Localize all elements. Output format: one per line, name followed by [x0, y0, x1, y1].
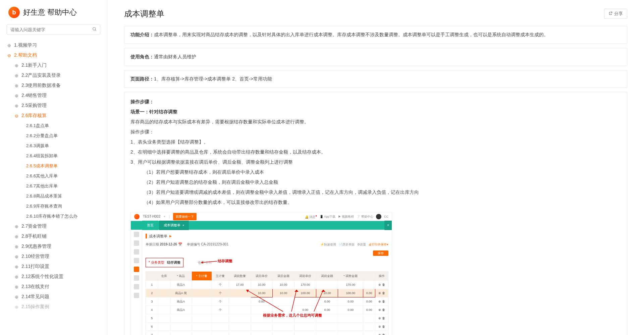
plus-icon: ⊕ [14, 274, 19, 279]
nav-2-6-7[interactable]: 2.6.7其他出库单 [0, 181, 107, 191]
scene1-title: 场景一：针对结存调整 [130, 109, 177, 114]
nav-2-5[interactable]: ⊕2.5采购管理 [0, 101, 107, 111]
nav-2-6-1[interactable]: 2.6.1盘点单 [0, 121, 107, 131]
logo-text: 好生意 帮助中心 [23, 7, 77, 17]
main-content: 成本调整单 分享 功能介绍：成本调整单，用来实现对商品结存成本的调整，以及针对具… [107, 0, 644, 335]
nav-2-6-2[interactable]: 2.6.2分量盘点单 [0, 131, 107, 141]
mock-sidebar [131, 230, 142, 335]
nav-2-6-4[interactable]: 2.6.4组装拆卸单 [0, 151, 107, 161]
mock-side-icon [134, 284, 139, 289]
mock-app: App下载 [324, 215, 335, 218]
share-button[interactable]: 分享 [604, 9, 627, 19]
nav-2-2[interactable]: ⊕2.2产品安装及登录 [0, 70, 107, 80]
minus-icon: ⊖ [7, 53, 11, 58]
mock-date: 2019-12-26 [160, 242, 177, 246]
mock-side-icon [134, 267, 139, 272]
nav-label: 2.1新手入门 [21, 62, 47, 68]
plus-icon: ⊕ [14, 234, 19, 239]
nav-2-6-10[interactable]: 2.6.10库存账本错了怎么办 [0, 211, 107, 221]
nav-2-6-9[interactable]: 2.6.9库存账本查询 [0, 201, 107, 211]
mock-code: CA-20191229-001 [201, 242, 229, 246]
nav-2-10[interactable]: ⊕2.10经营管理 [0, 252, 107, 262]
nav-2-6-3[interactable]: 2.6.3调拨单 [0, 141, 107, 151]
step-3-2: （2）若用户知道调整总的结存金额，则在调后金额中录入总金额 [144, 177, 621, 187]
nav-label: 2.2产品安装及登录 [21, 72, 61, 78]
nav-2-14[interactable]: ⊕2.14常见问题 [0, 292, 107, 302]
step-3-1: （1）若用户想要调整结存成本，则在调后单价中录入成本 [144, 167, 621, 177]
nav-2-6-5[interactable]: 2.6.5成本调整单 [0, 161, 107, 171]
nav-2-13[interactable]: ⊕2.13在线支付 [0, 282, 107, 292]
nav-label: 2.6.1盘点单 [26, 123, 49, 129]
mock-org: TEST-H002 [143, 213, 160, 220]
mock-annot-adjust: 根据业务需求，这几个位总均可调整 [263, 312, 322, 319]
mock-topbar: TEST-H002 ▾ | 我要做啥一下 🔔 消息● 📱 App下载 ▶ 视频教… [131, 212, 392, 221]
mock-side-icon [134, 249, 139, 255]
role-box: 使用角色：通常由财务人员维护 [124, 48, 627, 66]
nav-label: 2.10经营管理 [21, 254, 49, 260]
nav-2-9[interactable]: ⊕2.9优惠券管理 [0, 241, 107, 252]
path-text: 1、库存核算->库存管理->成本调整单 2、首页->常用功能 [154, 76, 272, 81]
svg-line-1 [95, 30, 96, 31]
minus-icon: ⊖ [14, 113, 19, 118]
mock-doc-title: 成本调整单 [149, 232, 167, 240]
plus-icon: ⊕ [14, 224, 19, 229]
nav-2-11[interactable]: ⊕2.11打印设置 [0, 262, 107, 272]
step-1: 1、表头业务类型选择【结存调整】。 [130, 137, 621, 147]
steps-title: 操作步骤： [130, 127, 621, 136]
nav-label: 2.6.4组装拆卸单 [26, 153, 58, 159]
plus-icon: ⊕ [14, 63, 19, 68]
page-header: 成本调整单 分享 [124, 8, 627, 19]
nav-2-6-6[interactable]: 2.6.6其他入库单 [0, 171, 107, 181]
nav-2-3[interactable]: ⊕2.3使用前数据准备 [0, 80, 107, 91]
nav-2-6[interactable]: ⊖2.6库存核算 [0, 111, 107, 121]
plus-icon: ⊕ [14, 83, 19, 88]
mock-tab-close: × [384, 221, 392, 230]
role-label: 使用角色： [130, 54, 154, 59]
share-icon [608, 11, 612, 16]
mock-biztype: 结存调整 [167, 259, 180, 266]
scene1-desc: 库存商品的结存成本与实际成本有差异，需要根据结存数量和实际单位成本进行调整。 [130, 117, 621, 126]
path-label: 页面路径： [130, 76, 154, 81]
logo: b 好生意 帮助中心 [0, 7, 107, 24]
mock-tabs: 首页 成本调整单× × [131, 221, 392, 230]
mock-table: 仓库* 商品* 主计量主计量调前数量调后单价调后金额调前单价调前金额* 调整金额… [146, 271, 388, 335]
nav-label: 2.8手机旺铺 [21, 233, 47, 239]
nav-label: 2.15操作案例 [21, 304, 49, 310]
nav-2-7[interactable]: ⊕2.7资金管理 [0, 221, 107, 231]
steps-heading: 操作步骤： [130, 99, 154, 104]
mock-user: CC [384, 214, 388, 220]
plus-icon: ⊕ [14, 294, 19, 299]
nav-label: 2.14常见问题 [21, 294, 49, 300]
nav-videos[interactable]: ⊕1.视频学习 [0, 40, 107, 50]
nav-2-6-8[interactable]: 2.6.8商品成本重算 [0, 191, 107, 201]
nav-2-15[interactable]: ⊕2.15操作案例 [0, 302, 107, 312]
nav-label: 2.6库存核算 [21, 113, 47, 119]
nav-2-8[interactable]: ⊕2.8手机旺铺 [0, 231, 107, 241]
nav-label: 2.6.10库存账本错了怎么办 [26, 213, 77, 219]
mock-logo-icon [134, 214, 140, 219]
logo-icon: b [8, 7, 20, 18]
mock-save-button: 保存 [373, 250, 388, 256]
nav-2-1[interactable]: ⊕2.1新手入门 [0, 60, 107, 70]
plus-icon: ⊕ [14, 254, 19, 259]
mock-side-icon [134, 240, 139, 246]
nav-label: 2.13在线支付 [21, 284, 49, 290]
search-input[interactable] [7, 24, 100, 35]
nav-2-12[interactable]: ⊕2.12系统个性化设置 [0, 272, 107, 282]
search-icon[interactable] [92, 27, 97, 33]
path-box: 页面路径：1、库存核算->库存管理->成本调整单 2、首页->常用功能 [124, 70, 627, 88]
mock-meta: 单据日期 2019-12-26 📅 单据编号 CA-20191229-001 ⚡… [146, 241, 388, 248]
step-3: 3、用户可以根据调整依据直接在调后单价、调后金额、调整金额列上进行调整 [130, 157, 621, 167]
nav-list: ⊕1.视频学习 ⊖2.帮助文档 ⊕2.1新手入门 ⊕2.2产品安装及登录 ⊕2.… [0, 40, 107, 312]
nav-label: 2.3使用前数据准备 [21, 82, 61, 89]
nav-2-4[interactable]: ⊕2.4销售管理 [0, 91, 107, 101]
nav-label: 2.6.6其他入库单 [26, 173, 58, 179]
nav-label: 2.7资金管理 [21, 223, 47, 229]
nav-label: 2.6.3调拨单 [26, 143, 49, 149]
mock-side-icon [134, 293, 139, 298]
svg-point-0 [93, 27, 96, 30]
mock-tab-doc: 成本调整单× [159, 221, 189, 230]
intro-box: 功能介绍：成本调整单，用来实现对商品结存成本的调整，以及针对具体的出入库单进行成… [124, 26, 627, 44]
nav-help-docs[interactable]: ⊖2.帮助文档 [0, 50, 107, 60]
mock-video: 视频教程 [342, 215, 354, 218]
